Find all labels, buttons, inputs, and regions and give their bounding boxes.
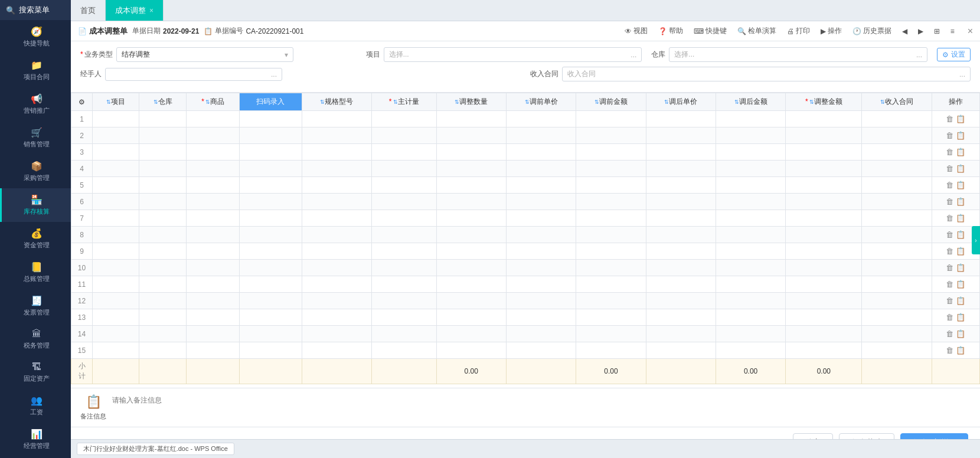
col-header-project[interactable]: ⇅项目 (93, 93, 139, 111)
delete-icon[interactable]: 🗑 (946, 313, 953, 322)
sidebar-item-ops[interactable]: 📊经营管理 (0, 423, 71, 456)
sidebar-item-quick-nav[interactable]: 🧭快捷导航 (0, 20, 71, 54)
copy-icon[interactable]: 📋 (956, 263, 965, 272)
sidebar-item-finance[interactable]: 💰资金管理 (0, 222, 71, 256)
cell-action[interactable]: 🗑📋 (932, 144, 979, 161)
copy-icon[interactable]: 📋 (956, 329, 965, 338)
delete-icon[interactable]: 🗑 (946, 148, 953, 156)
print-btn[interactable]: 🖨 打印 (785, 25, 812, 37)
copy-icon[interactable]: 📋 (956, 164, 965, 173)
table-row[interactable]: 14🗑📋 (71, 326, 980, 342)
tab-home[interactable]: 首页 (71, 0, 106, 21)
delete-icon[interactable]: 🗑 (946, 197, 953, 206)
table-row[interactable]: 4🗑📋 (71, 161, 980, 177)
copy-icon[interactable]: 📋 (956, 247, 965, 256)
tab-cost-adjust[interactable]: 成本调整 × (106, 0, 164, 21)
tab-close-icon[interactable]: × (149, 6, 153, 15)
table-row[interactable]: 12🗑📋 (71, 293, 980, 309)
copy-icon[interactable]: 📋 (956, 313, 965, 322)
table-row[interactable]: 6🗑📋 (71, 194, 980, 210)
col-header-action[interactable]: 操作 (932, 93, 979, 111)
cell-action[interactable]: 🗑📋 (932, 293, 979, 309)
copy-icon[interactable]: 📋 (956, 214, 965, 223)
settings-btn[interactable]: ⚙ 设置 (937, 48, 971, 61)
col-header-after_price[interactable]: ⇅调后单价 (646, 93, 716, 111)
cell-action[interactable]: 🗑📋 (932, 326, 979, 342)
table-row[interactable]: 5🗑📋 (71, 177, 980, 194)
sidebar-item-project-contract[interactable]: 📁项目合同 (0, 54, 71, 87)
table-row[interactable]: 15🗑📋 (71, 342, 980, 359)
review-btn[interactable]: 🔍 检单演算 (735, 25, 779, 37)
delete-icon[interactable]: 🗑 (946, 329, 953, 338)
history-btn[interactable]: 🕐 历史票据 (850, 25, 894, 37)
doc-close-btn[interactable]: × (968, 26, 973, 37)
copy-icon[interactable]: 📋 (956, 114, 965, 123)
cell-action[interactable]: 🗑📋 (932, 342, 979, 359)
right-collapse-btn[interactable]: › (972, 226, 980, 254)
copy-icon[interactable]: 📋 (956, 230, 965, 239)
col-header-after_amount[interactable]: ⇅调后金额 (716, 93, 785, 111)
sidebar-item-purchase[interactable]: 📦采购管理 (0, 155, 71, 188)
copy-icon[interactable]: 📋 (956, 148, 965, 156)
col-header-gear[interactable]: ⚙ (71, 93, 93, 111)
delete-icon[interactable]: 🗑 (946, 263, 953, 272)
cell-action[interactable]: 🗑📋 (932, 309, 979, 326)
sidebar-item-assets[interactable]: 🏗固定资产 (0, 356, 71, 389)
list-view-btn[interactable]: ≡ (948, 26, 957, 37)
table-row[interactable]: 9🗑📋 (71, 243, 980, 260)
agent-input[interactable]: ... (105, 68, 282, 81)
col-header-warehouse[interactable]: ⇅仓库 (139, 93, 186, 111)
col-header-spec[interactable]: ⇅规格型号 (302, 93, 371, 111)
col-header-before_price[interactable]: ⇅调前单价 (506, 93, 576, 111)
cell-action[interactable]: 🗑📋 (932, 127, 979, 144)
income-contract-input[interactable]: 收入合同 ... (562, 67, 971, 81)
biz-type-input[interactable]: 结存调整 ▾ (116, 47, 293, 62)
sidebar-item-sales[interactable]: 🛒销售管理 (0, 121, 71, 155)
delete-icon[interactable]: 🗑 (946, 296, 953, 305)
sidebar-item-invoice[interactable]: 🧾发票管理 (0, 289, 71, 323)
sidebar-item-ledger[interactable]: 📒总账管理 (0, 256, 71, 289)
cell-action[interactable]: 🗑📋 (932, 177, 979, 194)
copy-icon[interactable]: 📋 (956, 197, 965, 206)
warehouse-input[interactable]: 选择... ... (669, 47, 927, 62)
view-btn[interactable]: 👁 视图 (622, 25, 650, 37)
delete-icon[interactable]: 🗑 (946, 346, 953, 355)
shortcut-btn[interactable]: ⌨ 快捷键 (691, 25, 729, 37)
col-header-product[interactable]: *⇅商品 (186, 93, 239, 111)
taskbar-item[interactable]: 木门行业好业财处理方案-墓红红.doc - WPS Office (77, 443, 234, 455)
delete-icon[interactable]: 🗑 (946, 214, 953, 223)
delete-icon[interactable]: 🗑 (946, 181, 953, 189)
col-header-adjust_qty[interactable]: ⇅调整数量 (436, 93, 506, 111)
sidebar-item-marketing[interactable]: 📢营销推广 (0, 87, 71, 121)
delete-icon[interactable]: 🗑 (946, 114, 953, 123)
delete-icon[interactable]: 🗑 (946, 131, 953, 140)
delete-icon[interactable]: 🗑 (946, 164, 953, 173)
next-btn[interactable]: ▶ (916, 26, 926, 37)
copy-icon[interactable]: 📋 (956, 131, 965, 140)
table-row[interactable]: 7🗑📋 (71, 210, 980, 227)
sidebar-search[interactable]: 🔍 搜索菜单 (0, 0, 71, 20)
cell-action[interactable]: 🗑📋 (932, 210, 979, 227)
table-row[interactable]: 8🗑📋 (71, 227, 980, 243)
copy-icon[interactable]: 📋 (956, 181, 965, 189)
help-btn[interactable]: ❓ 帮助 (656, 25, 685, 37)
remarks-input[interactable] (112, 394, 971, 412)
prev-btn[interactable]: ◀ (900, 26, 910, 37)
delete-icon[interactable]: 🗑 (946, 230, 953, 239)
copy-icon[interactable]: 📋 (956, 296, 965, 305)
col-header-adjust_amount[interactable]: *⇅调整金额 (786, 93, 862, 111)
sidebar-item-inventory[interactable]: 🏪库存核算 (0, 188, 71, 222)
table-row[interactable]: 10🗑📋 (71, 260, 980, 276)
delete-icon[interactable]: 🗑 (946, 280, 953, 289)
copy-icon[interactable]: 📋 (956, 346, 965, 355)
sidebar-item-payroll[interactable]: 👥工资 (0, 389, 71, 423)
col-header-unit[interactable]: *⇅主计量 (371, 93, 436, 111)
table-row[interactable]: 13🗑📋 (71, 309, 980, 326)
table-row[interactable]: 3🗑📋 (71, 144, 980, 161)
copy-icon[interactable]: 📋 (956, 280, 965, 289)
table-row[interactable]: 2🗑📋 (71, 127, 980, 144)
table-row[interactable]: 11🗑📋 (71, 276, 980, 293)
cell-action[interactable]: 🗑📋 (932, 276, 979, 293)
table-row[interactable]: 1🗑📋 (71, 111, 980, 127)
date-value[interactable]: 2022-09-21 (163, 27, 199, 35)
